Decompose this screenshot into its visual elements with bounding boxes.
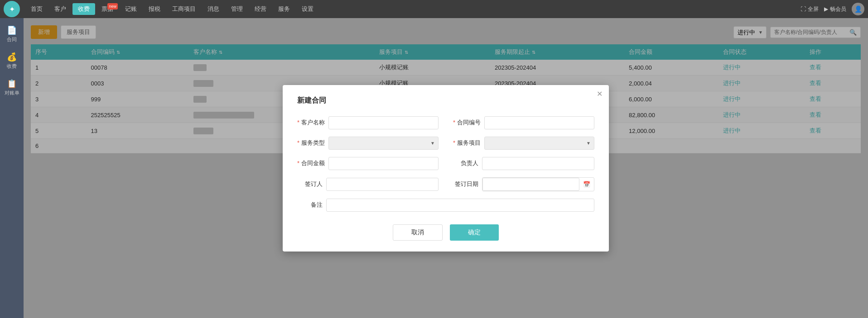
form-row-4: 签订人 签订日期 2023-06-06 📅 [297,177,594,191]
sidebar-item-contract[interactable]: 📄 合同 [0,22,24,47]
service-item-select-wrapper [484,137,594,150]
sidebar: 📄 合同 💰 收费 📋 对账单 [0,18,24,318]
confirm-button[interactable]: 确定 [450,224,499,241]
new-badge: new [107,3,118,9]
contract-amount-input[interactable]: 0.00 [328,157,439,170]
form-row-1: 客户名称 合同编号 [297,116,594,129]
avatar[interactable]: 👤 [852,3,864,15]
reconciliation-icon: 📋 [7,79,17,89]
modal-close-button[interactable]: ✕ [597,90,603,98]
responsible-person-label: 负责人 [453,159,478,167]
contract-no-field: 合同编号 [453,116,594,129]
modal-title: 新建合同 [297,96,594,105]
nav-messages[interactable]: 消息 [202,3,225,15]
nav-home[interactable]: 首页 [25,3,48,15]
nav-bills[interactable]: 票据 new [96,3,119,15]
sign-date-field: 签订日期 2023-06-06 📅 [453,177,594,191]
modal-form: 客户名称 合同编号 服务类型 [297,116,594,212]
nav-settings[interactable]: 设置 [296,3,319,15]
nav-right-actions: ⛶ 全屏 ▶ 畅会员 👤 [800,3,864,15]
main-layout: 📄 合同 💰 收费 📋 对账单 新增 服务项目 进行中 已完成 已取消 [0,18,868,318]
customer-name-label: 客户名称 [297,119,325,127]
service-item-label: 服务项目 [453,139,481,147]
cancel-button[interactable]: 取消 [393,224,443,241]
remark-label: 备注 [297,201,323,209]
signer-label: 签订人 [297,180,323,188]
customer-name-input[interactable] [328,116,439,129]
sidebar-item-fees[interactable]: 💰 收费 [0,48,24,73]
customer-name-field: 客户名称 [297,116,439,129]
service-type-select[interactable] [328,137,439,150]
content-area: 新增 服务项目 进行中 已完成 已取消 🔍 [24,18,868,318]
service-item-select[interactable] [484,137,594,150]
fees-icon: 💰 [7,52,17,62]
nav-services[interactable]: 服务 [273,3,295,15]
top-navigation: ✦ 首页 客户 收费 票据 new 记账 报税 工商项目 消息 管理 经营 服务… [0,0,868,18]
nav-fees[interactable]: 收费 [72,3,95,15]
play-icon: ▶ [824,6,828,12]
nav-operations[interactable]: 经营 [249,3,272,15]
fullscreen-button[interactable]: ⛶ 全屏 [800,5,819,13]
calendar-icon[interactable]: 📅 [579,178,594,190]
responsible-person-field: 负责人 [453,157,594,170]
service-type-label: 服务类型 [297,139,325,147]
sign-date-input-wrapper: 2023-06-06 📅 [482,177,594,191]
contract-amount-label: 合同金额 [297,159,325,167]
form-row-5: 备注 [297,199,594,212]
contract-no-label: 合同编号 [453,119,481,127]
signer-field: 签订人 [297,177,439,191]
contract-icon: 📄 [7,25,17,35]
form-row-3: 合同金额 0.00 负责人 [297,157,594,170]
nav-tax[interactable]: 报税 [143,3,166,15]
modal-footer: 取消 确定 [297,224,594,241]
service-type-select-wrapper [328,137,439,150]
modal-overlay: ✕ 新建合同 客户名称 合同编号 [24,18,868,318]
fullscreen-icon: ⛶ [800,6,806,12]
remark-field: 备注 [297,199,594,212]
nav-manage[interactable]: 管理 [226,3,248,15]
nav-customer[interactable]: 客户 [49,3,72,15]
sign-date-label: 签订日期 [453,180,478,188]
contract-amount-field: 合同金额 0.00 [297,157,439,170]
nav-bookkeeping[interactable]: 记账 [120,3,142,15]
nav-menu: 首页 客户 收费 票据 new 记账 报税 工商项目 消息 管理 经营 服务 设… [25,3,800,15]
remark-input[interactable] [326,199,594,212]
nav-business[interactable]: 工商项目 [167,3,201,15]
signer-input[interactable] [326,178,439,191]
service-item-field: 服务项目 [453,137,594,150]
contract-no-input[interactable] [484,116,594,129]
member-button[interactable]: ▶ 畅会员 [824,5,846,13]
sign-date-input[interactable]: 2023-06-06 [482,178,579,191]
responsible-person-input[interactable] [482,157,594,170]
form-row-2: 服务类型 服务项目 [297,137,594,150]
service-type-field: 服务类型 [297,137,439,150]
logo-icon: ✦ [4,1,20,17]
sidebar-item-reconciliation[interactable]: 📋 对账单 [0,75,24,100]
new-contract-modal: ✕ 新建合同 客户名称 合同编号 [283,85,609,252]
